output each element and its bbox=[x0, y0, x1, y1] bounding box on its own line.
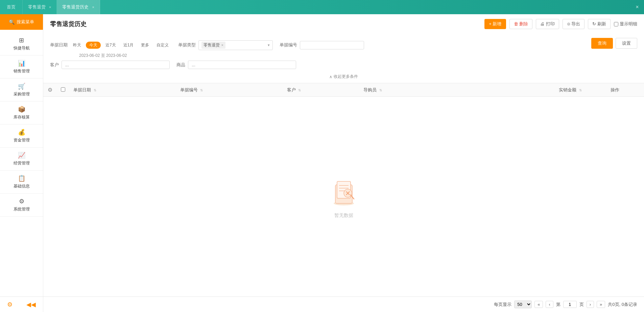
base-info-icon: 📋 bbox=[18, 175, 25, 182]
operation-icon: 📈 bbox=[18, 152, 25, 159]
custom-btn[interactable]: 自定义 bbox=[154, 42, 171, 49]
th-amount-sort[interactable]: ⇅ bbox=[579, 88, 582, 92]
more-btn[interactable]: 更多 bbox=[138, 42, 152, 49]
page-title-row: 零售退货历史 + 新增 🗑 删除 🖨 打印 ⊙ 导出 ↻ 刷新 显示明细 bbox=[50, 19, 637, 29]
print-button[interactable]: 🖨 打印 bbox=[536, 19, 559, 29]
th-actions: 操作 bbox=[586, 83, 644, 97]
sidebar-item-inventory-label: 库存核算 bbox=[14, 114, 30, 120]
sidebar-item-sys-mgmt-label: 系统管理 bbox=[14, 206, 30, 212]
th-guide: 导购员 ⇅ bbox=[359, 83, 451, 97]
next-page-btn[interactable]: › bbox=[587, 301, 594, 308]
tab-retail-return-history-close[interactable]: × bbox=[92, 5, 94, 9]
tab-home[interactable]: 首页 bbox=[0, 0, 23, 14]
th-customer: 客户 ⇅ bbox=[283, 83, 359, 97]
page-number-input[interactable] bbox=[563, 301, 577, 308]
customer-filter: 客户 bbox=[50, 61, 170, 69]
date-range-display: 2023-06-02 至 2023-06-02 bbox=[79, 53, 127, 58]
query-button[interactable]: 查询 bbox=[591, 38, 613, 49]
sidebar-search[interactable]: 🔍 搜索菜单 bbox=[0, 14, 43, 30]
sales-mgmt-icon: 📊 bbox=[18, 60, 25, 67]
show-detail-check[interactable]: 显示明细 bbox=[614, 21, 637, 27]
type-select[interactable]: 零售退货 × ▾ bbox=[198, 40, 273, 50]
sidebar-item-sys-mgmt[interactable]: ⚙ 系统管理 bbox=[0, 194, 43, 217]
pagination: 每页显示 50 10 20 100 « ‹ 第 页 › » 共0页, 0条记录 bbox=[43, 296, 644, 312]
tab-home-label: 首页 bbox=[7, 4, 16, 10]
sidebar-item-base-info-label: 基础信息 bbox=[14, 183, 30, 189]
finance-icon: 💰 bbox=[18, 129, 25, 136]
th-actions-label: 操作 bbox=[611, 87, 619, 92]
goods-filter: 商品 bbox=[176, 61, 296, 69]
voucher-input[interactable] bbox=[300, 41, 364, 49]
sidebar-item-base-info[interactable]: 📋 基础信息 bbox=[0, 171, 43, 194]
yesterday-btn[interactable]: 昨天 bbox=[70, 42, 84, 49]
type-tag-remove[interactable]: × bbox=[221, 43, 223, 47]
export-button[interactable]: ⊙ 导出 bbox=[563, 19, 585, 29]
last7days-btn[interactable]: 近7天 bbox=[103, 42, 119, 49]
sidebar-item-sales-mgmt[interactable]: 📊 销售管理 bbox=[0, 55, 43, 79]
voucher-filter-label: 单据编号 bbox=[280, 42, 297, 48]
filter-row-2: 客户 商品 bbox=[50, 61, 637, 69]
sidebar-item-finance[interactable]: 💰 资金管理 bbox=[0, 125, 43, 148]
sidebar-item-operation[interactable]: 📈 经营管理 bbox=[0, 148, 43, 171]
th-voucher-no: 单据编号 ⇅ bbox=[176, 83, 283, 97]
th-date-sort[interactable]: ⇅ bbox=[94, 88, 96, 92]
last1month-btn[interactable]: 近1月 bbox=[121, 42, 137, 49]
last-page-btn[interactable]: » bbox=[597, 301, 605, 308]
prev-page-btn[interactable]: ‹ bbox=[546, 301, 553, 308]
show-detail-checkbox[interactable] bbox=[614, 22, 618, 26]
inventory-icon: 📦 bbox=[18, 106, 25, 113]
top-bar: 首页 零售退货 × 零售退货历史 × × bbox=[0, 0, 644, 14]
date-filter-label: 单据日期 bbox=[50, 42, 68, 48]
customer-filter-label: 客户 bbox=[50, 62, 59, 68]
tab-retail-return-history[interactable]: 零售退货历史 × bbox=[57, 0, 100, 14]
per-page-select[interactable]: 50 10 20 100 bbox=[514, 300, 532, 308]
empty-state: 暂无数据 bbox=[43, 97, 644, 296]
page-title: 零售退货历史 bbox=[50, 20, 87, 28]
add-button[interactable]: + 新增 bbox=[484, 19, 506, 29]
tab-retail-return-close[interactable]: × bbox=[49, 5, 51, 9]
th-amount-label: 实销金额 bbox=[559, 87, 576, 92]
filter-area: 单据日期 昨天 今天 近7天 近1月 更多 自定义 单据类型 bbox=[50, 34, 637, 83]
data-table: ⚙ 单据日期 ⇅ 单据编号 ⇅ bbox=[43, 83, 644, 97]
voucher-filter: 单据编号 bbox=[280, 41, 364, 49]
page-label: 第 bbox=[556, 302, 560, 308]
sidebar-item-purchase-mgmt-label: 采购管理 bbox=[14, 91, 30, 97]
window-close-button[interactable]: × bbox=[630, 0, 644, 14]
delete-button[interactable]: 🗑 删除 bbox=[509, 19, 533, 29]
th-spacer bbox=[451, 83, 479, 97]
th-customer-label: 客户 bbox=[287, 87, 296, 92]
type-tag: 零售退货 × bbox=[201, 42, 225, 49]
th-guide-sort[interactable]: ⇅ bbox=[379, 88, 382, 92]
show-detail-label: 显示明细 bbox=[620, 21, 637, 27]
refresh-button[interactable]: ↻ 刷新 bbox=[588, 19, 611, 29]
customer-input[interactable] bbox=[62, 61, 170, 69]
page-header: 零售退货历史 + 新增 🗑 删除 🖨 打印 ⊙ 导出 ↻ 刷新 显示明细 bbox=[43, 14, 644, 83]
goods-input[interactable] bbox=[188, 61, 296, 69]
tab-retail-return[interactable]: 零售退货 × bbox=[23, 0, 57, 14]
purchase-mgmt-icon: 🛒 bbox=[18, 83, 25, 90]
collapse-icon: ∧ bbox=[329, 74, 332, 79]
today-btn[interactable]: 今天 bbox=[86, 42, 101, 49]
empty-text: 暂无数据 bbox=[334, 213, 353, 219]
footer-audio-icon[interactable]: ◀◀ bbox=[26, 301, 36, 308]
first-page-btn[interactable]: « bbox=[534, 301, 543, 308]
select-all-checkbox[interactable] bbox=[61, 87, 65, 92]
sidebar-item-purchase-mgmt[interactable]: 🛒 采购管理 bbox=[0, 79, 43, 102]
sidebar-item-inventory[interactable]: 📦 库存核算 bbox=[0, 102, 43, 125]
sidebar-item-sales-mgmt-label: 销售管理 bbox=[14, 68, 30, 74]
toolbar: + 新增 🗑 删除 🖨 打印 ⊙ 导出 ↻ 刷新 显示明细 bbox=[484, 19, 637, 29]
th-date: 单据日期 ⇅ bbox=[69, 83, 176, 97]
sidebar-item-operation-label: 经营管理 bbox=[14, 160, 30, 166]
main-layout: 🔍 搜索菜单 ⊞ 快捷导航 📊 销售管理 🛒 采购管理 📦 库存核算 💰 bbox=[0, 14, 644, 312]
collapse-bar[interactable]: ∧ 收起更多条件 bbox=[50, 72, 637, 83]
setting-button[interactable]: 设置 bbox=[616, 38, 637, 49]
sidebar-item-quick-nav[interactable]: ⊞ 快捷导航 bbox=[0, 32, 43, 55]
per-page-label: 每页显示 bbox=[494, 302, 511, 308]
th-customer-sort[interactable]: ⇅ bbox=[298, 88, 301, 92]
th-voucher-sort[interactable]: ⇅ bbox=[200, 88, 203, 92]
collapse-label: 收起更多条件 bbox=[334, 74, 358, 80]
type-filter: 单据类型 零售退货 × ▾ bbox=[178, 40, 273, 50]
table-settings-icon[interactable]: ⚙ bbox=[48, 87, 52, 93]
sidebar: 🔍 搜索菜单 ⊞ 快捷导航 📊 销售管理 🛒 采购管理 📦 库存核算 💰 bbox=[0, 14, 43, 312]
footer-settings-icon[interactable]: ⚙ bbox=[7, 301, 13, 308]
